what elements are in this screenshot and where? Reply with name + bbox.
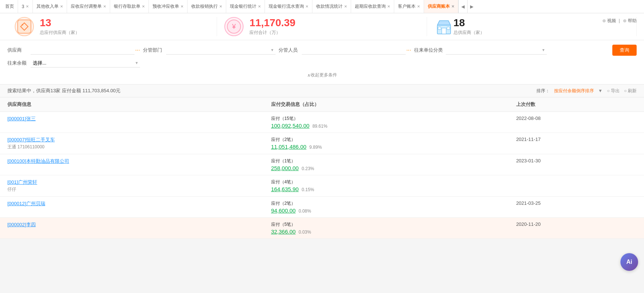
tx-amount[interactable]: 11,051,486.00 xyxy=(271,144,307,150)
nav-tab-receipt-stats-label: 收款情况统计 xyxy=(316,3,343,10)
help-link[interactable]: ⊙ 帮助 xyxy=(623,18,637,23)
supplier-link[interactable]: [000002]李四 xyxy=(7,221,256,228)
nav-tab-ar-ap-adjust[interactable]: 应收应付调整单 ✕ xyxy=(67,0,110,13)
supplier-info-cell: [000100]本特勤油品有限公司 xyxy=(0,154,264,175)
close-icon[interactable]: ✕ xyxy=(219,4,222,8)
video-link[interactable]: ⊙ 视频 xyxy=(602,18,616,23)
supplier-link[interactable]: [001]广州荣轩 xyxy=(7,179,256,186)
nav-tab-overdue-ar[interactable]: 超期应收款查询 ✕ xyxy=(351,0,394,13)
nav-tab-supplier-ledger[interactable]: 供应商账本 ✕ xyxy=(424,0,458,13)
dept-filter-label: 分管部门 xyxy=(143,47,163,54)
nav-tab-bank-deposit[interactable]: 银行存取款单 ✕ xyxy=(110,0,149,13)
person-input[interactable] xyxy=(302,46,406,55)
stat-payable-amount-content: 11,170.39 应付合计（万） xyxy=(249,17,295,36)
result-actions: 排序： 按应付余额倒序排序 ▼ ○ 导出 ○ 刷新 xyxy=(536,88,637,94)
close-icon[interactable]: ✕ xyxy=(344,4,347,8)
close-icon[interactable]: ✕ xyxy=(142,4,145,8)
nav-tab-receipt-verify-label: 收款核销执行 xyxy=(191,3,218,10)
stat-payable-suppliers: 13 总应付供应商（家） xyxy=(7,17,217,36)
unit-type-select[interactable] xyxy=(446,46,547,54)
stat-payable-amount: ¥ 11,170.39 应付合计（万） xyxy=(217,17,427,36)
supplier-input[interactable] xyxy=(31,46,134,55)
nav-tab-other-income-label: 其他收入单 xyxy=(36,3,59,10)
nav-tab-prepay-ar[interactable]: 预收冲应收单 ✕ xyxy=(149,0,188,13)
tx-amount[interactable]: 258,000.00 xyxy=(271,165,299,171)
close-icon[interactable]: ✕ xyxy=(258,4,261,8)
filter-person: 分管人员 ··· xyxy=(279,46,411,55)
person-dots-icon[interactable]: ··· xyxy=(406,47,411,54)
table-scroll[interactable]: 供应商信息 应付交易信息（占比） 上次付数 [000001]张三应付（15笔）1… xyxy=(0,97,644,239)
tx-amount[interactable]: 32,366.00 xyxy=(271,228,296,235)
nav-tab-home-label: 首页 xyxy=(5,3,14,10)
tx-percent: 9.89% xyxy=(309,145,322,150)
nav-tab-bank-deposit-label: 银行存取款单 xyxy=(114,3,140,10)
supplier-dots-icon[interactable]: ··· xyxy=(135,47,140,54)
filter-bar: 供应商 ··· 分管部门 ▼ 分管人员 ··· 往来单位分类 xyxy=(0,40,644,85)
table-body: [000001]张三应付（15笔）100,092,540.0089.61%202… xyxy=(0,112,644,239)
table-row: [000007]恒旺二手叉车王通 17106110000应付（2笔）11,051… xyxy=(0,133,644,154)
nav-tab-supplier-ledger-label: 供应商账本 xyxy=(428,3,450,10)
tx-percent: 0.03% xyxy=(298,230,311,235)
close-icon[interactable]: ✕ xyxy=(305,4,308,8)
supplier-link[interactable]: [000007]恒旺二手叉车 xyxy=(7,137,256,143)
sort-label: 排序： xyxy=(536,88,550,94)
nav-tab-ar-ap-adjust-label: 应收应付调整单 xyxy=(71,3,102,10)
filter-dept: 分管部门 ▼ xyxy=(143,46,276,55)
nav-tab-cash-bank-flow[interactable]: 现金银行流水查询 ✕ xyxy=(265,0,312,13)
close-icon[interactable]: ✕ xyxy=(387,4,390,8)
dept-select-wrapper: ▼ xyxy=(166,46,276,55)
nav-next-arrow[interactable]: ▶ xyxy=(467,0,476,13)
close-icon[interactable]: ✕ xyxy=(451,4,454,8)
nav-prev-arrow[interactable]: ◀ xyxy=(458,0,467,13)
stat-payable-suppliers-content: 13 总应付供应商（家） xyxy=(40,17,80,36)
nav-tab-cash-bank-flow-label: 现金银行流水查询 xyxy=(269,3,304,10)
supplier-link[interactable]: [000001]张三 xyxy=(7,116,256,122)
stat-payable-suppliers-number: 13 xyxy=(40,17,80,29)
nav-tab-3[interactable]: 3 ✕ xyxy=(18,0,33,13)
supplier-link[interactable]: [000012]广州贝瑞 xyxy=(7,200,256,207)
refresh-button[interactable]: ○ 刷新 xyxy=(624,88,637,94)
tx-label: 应付（1笔） xyxy=(271,158,296,163)
supplier-filter-label: 供应商 xyxy=(7,47,28,54)
svg-rect-7 xyxy=(447,27,450,30)
table-row: [000001]张三应付（15笔）100,092,540.0089.61%202… xyxy=(0,112,644,133)
tx-amount[interactable]: 164,635.90 xyxy=(271,186,299,192)
nav-tab-receipt-verify[interactable]: 收款核销执行 ✕ xyxy=(188,0,226,13)
stats-bar: 13 总应付供应商（家） ¥ 11,170.39 应付合计（万） xyxy=(0,13,644,40)
close-icon[interactable]: ✕ xyxy=(60,4,63,8)
query-button[interactable]: 查询 xyxy=(612,45,637,56)
navbar: 首页 3 ✕ 其他收入单 ✕ 应收应付调整单 ✕ 银行存取款单 ✕ 预收冲应收单… xyxy=(0,0,644,13)
close-icon[interactable]: ✕ xyxy=(417,4,420,8)
balance-select[interactable]: 选择... xyxy=(31,59,140,67)
stat-total-suppliers-label: 总供应商（家） xyxy=(454,30,484,36)
dept-select[interactable] xyxy=(166,46,276,54)
col-tx-info: 应付交易信息（占比） xyxy=(264,97,509,112)
tx-label: 应付（4笔） xyxy=(271,179,296,185)
export-icon: ○ xyxy=(607,88,610,93)
filter-balance: 往来余额 选择... ▼ xyxy=(7,59,140,68)
store-icon xyxy=(434,17,454,36)
close-icon[interactable]: ✕ xyxy=(26,4,29,8)
refresh-icon: ○ xyxy=(624,88,627,93)
svg-rect-5 xyxy=(442,28,446,34)
export-button[interactable]: ○ 导出 xyxy=(607,88,620,94)
tag-icon xyxy=(15,17,34,36)
nav-tab-receipt-stats[interactable]: 收款情况统计 ✕ xyxy=(312,0,351,13)
tx-amount[interactable]: 94,600.00 xyxy=(271,207,296,214)
nav-tab-home[interactable]: 首页 xyxy=(1,0,18,13)
svg-point-1 xyxy=(22,24,23,25)
collapse-button[interactable]: ∧ 收起更多条件 xyxy=(303,70,342,80)
close-icon[interactable]: ✕ xyxy=(181,4,183,8)
sort-value[interactable]: 按应付余额倒序排序 xyxy=(554,88,594,94)
nav-tab-customer-ledger[interactable]: 客户账本 ✕ xyxy=(394,0,424,13)
close-icon[interactable]: ✕ xyxy=(103,4,106,8)
nav-tab-other-income[interactable]: 其他收入单 ✕ xyxy=(33,0,67,13)
tx-percent: 0.23% xyxy=(302,166,314,171)
supplier-link[interactable]: [000100]本特勤油品有限公司 xyxy=(7,158,256,165)
nav-tab-cash-bank-stats[interactable]: 现金银行统计 ✕ xyxy=(226,0,265,13)
last-payment-cell: 2022-08-08 xyxy=(509,112,644,133)
result-summary: 搜索结果中，供应商13家 应付金额 111,703,854.00元 xyxy=(7,87,120,94)
tx-amount[interactable]: 100,092,540.00 xyxy=(271,123,309,129)
table-row: [000002]李四应付（5笔）32,366.000.03%2020-11-20 xyxy=(0,218,644,239)
tx-info-cell: 应付（2笔）11,051,486.009.89% xyxy=(264,133,509,154)
